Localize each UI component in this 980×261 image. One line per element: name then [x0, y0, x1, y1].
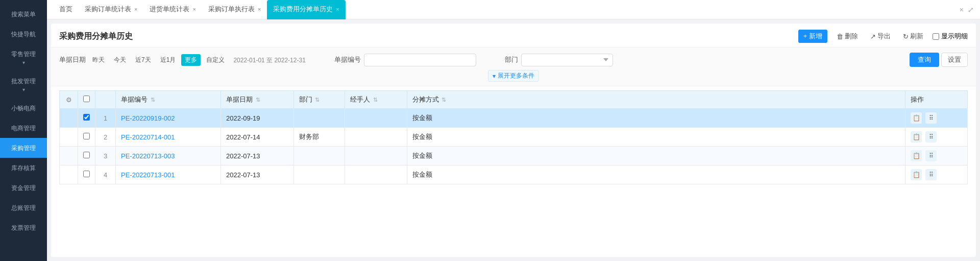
- row-checkbox-cell[interactable]: [78, 128, 95, 147]
- tab-bar-right: × ⤢: [960, 6, 974, 14]
- sort-icon: ⇅: [151, 97, 155, 103]
- row-handler: [345, 147, 407, 165]
- close-window-icon[interactable]: ×: [960, 6, 964, 14]
- tab-incoming-summary[interactable]: 进货单统计表 ×: [143, 0, 202, 19]
- delete-label: 删除: [845, 32, 858, 41]
- row-checkbox-cell[interactable]: [78, 165, 95, 184]
- date-btn-1month[interactable]: 近1月: [157, 54, 180, 66]
- tab-purchase-fee-split[interactable]: 采购费用分摊单历史 ×: [267, 0, 345, 19]
- row-split-method: 按金额: [407, 165, 905, 184]
- row-checkbox-cell[interactable]: [78, 147, 95, 165]
- doc-no-link[interactable]: PE-20220919-002: [121, 114, 175, 122]
- row-checkbox[interactable]: [83, 171, 90, 177]
- tab-home[interactable]: 首页: [53, 0, 79, 19]
- tab-purchase-order-summary[interactable]: 采购订单统计表 ×: [79, 0, 143, 19]
- close-icon[interactable]: ×: [192, 6, 195, 12]
- sidebar-item-finance[interactable]: 资金管理: [0, 178, 47, 198]
- doc-no-link[interactable]: PE-20220713-003: [121, 152, 175, 160]
- more-button[interactable]: ⠿: [925, 169, 937, 180]
- export-button[interactable]: ↗ 导出: [867, 30, 894, 43]
- row-doc-date: 2022-07-13: [221, 165, 294, 184]
- date-btn-yesterday[interactable]: 昨天: [89, 54, 108, 66]
- query-buttons: 查询 设置: [910, 53, 968, 67]
- row-checkbox-cell[interactable]: [78, 109, 95, 128]
- date-range-text: 2022-01-01 至 2022-12-31: [233, 56, 305, 65]
- col-doc-date-label: 单据日期: [226, 96, 253, 103]
- col-settings[interactable]: ⚙: [60, 91, 78, 109]
- sidebar-item-wholesale[interactable]: 批发管理 ▾: [0, 71, 47, 98]
- date-shortcuts: 昨天 今天 近7天 近1月 更多 自定义: [89, 54, 228, 66]
- table-row: 1 PE-20220919-002 2022-09-19 按金额 📋 ⠿: [60, 109, 968, 128]
- filter-settings-button[interactable]: 设置: [941, 53, 968, 67]
- view-button[interactable]: 📋: [911, 169, 922, 180]
- delete-button[interactable]: 🗑 删除: [834, 30, 861, 43]
- docno-filter-group: 单据编号: [334, 54, 476, 66]
- date-btn-more[interactable]: 更多: [181, 54, 201, 66]
- dept-filter-label: 部门: [505, 55, 518, 64]
- sidebar-item-inventory[interactable]: 库存核算: [0, 158, 47, 178]
- col-split-method[interactable]: 分摊方式 ⇅: [407, 91, 905, 109]
- docno-input[interactable]: [364, 54, 476, 66]
- col-doc-no-label: 单据编号: [121, 96, 148, 103]
- close-icon[interactable]: ×: [134, 6, 137, 12]
- row-split-method: 按金额: [407, 147, 905, 165]
- tab-purchase-order-exec[interactable]: 采购订单执行表 ×: [202, 0, 267, 19]
- main-content: 首页 采购订单统计表 × 进货单统计表 × 采购订单执行表 × 采购费用分摊单历…: [47, 0, 980, 261]
- row-handler: [345, 128, 407, 147]
- sort-icon: ⇅: [442, 97, 446, 103]
- more-button[interactable]: ⠿: [925, 131, 937, 143]
- date-btn-custom[interactable]: 自定义: [203, 54, 228, 66]
- more-button[interactable]: ⠿: [925, 112, 937, 124]
- row-num: 3: [95, 147, 116, 165]
- close-icon[interactable]: ×: [336, 6, 339, 12]
- tab-purchase-order-summary-label: 采购订单统计表: [85, 5, 131, 14]
- page-title: 采购费用分摊单历史: [59, 31, 798, 42]
- sidebar-item-purchase[interactable]: 采购管理: [0, 138, 47, 158]
- sidebar-item-ecommerce[interactable]: 电商管理: [0, 118, 47, 138]
- close-icon[interactable]: ×: [258, 6, 261, 12]
- col-doc-no[interactable]: 单据编号 ⇅: [116, 91, 221, 109]
- select-all-checkbox[interactable]: [83, 96, 90, 102]
- col-doc-date[interactable]: 单据日期 ⇅: [221, 91, 294, 109]
- refresh-icon: ↻: [903, 33, 909, 40]
- refresh-button[interactable]: ↻ 刷新: [900, 30, 926, 43]
- add-button[interactable]: + 新增: [798, 30, 827, 43]
- row-settings-cell: [60, 128, 78, 147]
- table-header-row: ⚙ 单据编号 ⇅ 单据日期 ⇅: [60, 91, 968, 109]
- row-doc-no: PE-20220714-001: [116, 128, 221, 147]
- row-checkbox[interactable]: [83, 133, 90, 139]
- table-row: 3 PE-20220713-003 2022-07-13 按金额 📋 ⠿: [60, 147, 968, 165]
- docno-filter-label: 单据编号: [334, 55, 361, 64]
- row-split-method: 按金额: [407, 109, 905, 128]
- sidebar-item-shortcut[interactable]: 快捷导航: [0, 24, 47, 44]
- sort-icon: ⇅: [256, 97, 260, 103]
- sidebar-item-search[interactable]: 搜索菜单: [0, 4, 47, 24]
- row-settings-cell: [60, 165, 78, 184]
- view-button[interactable]: 📋: [911, 112, 922, 124]
- dept-select[interactable]: [521, 54, 613, 66]
- doc-no-link[interactable]: PE-20220713-001: [121, 171, 175, 179]
- doc-no-link[interactable]: PE-20220714-001: [121, 133, 175, 141]
- date-btn-7days[interactable]: 近7天: [132, 54, 155, 66]
- col-dept[interactable]: 部门 ⇅: [293, 91, 345, 109]
- col-checkbox: [78, 91, 95, 109]
- view-button[interactable]: 📋: [911, 150, 922, 161]
- expand-conditions-button[interactable]: ▾ 展开更多条件: [488, 70, 539, 82]
- date-btn-today[interactable]: 今天: [110, 54, 130, 66]
- sidebar-item-retail[interactable]: 零售管理 ▾: [0, 44, 47, 71]
- expand-window-icon[interactable]: ⤢: [968, 6, 974, 14]
- dept-filter-group: 部门: [505, 54, 613, 66]
- sidebar-item-ledger[interactable]: 总账管理: [0, 198, 47, 218]
- sidebar-item-miniapp[interactable]: 小畅电商: [0, 98, 47, 118]
- row-checkbox[interactable]: [83, 114, 90, 121]
- row-settings-cell: [60, 147, 78, 165]
- show-cols-check[interactable]: [933, 33, 939, 40]
- view-button[interactable]: 📋: [911, 131, 922, 143]
- more-button[interactable]: ⠿: [925, 150, 937, 161]
- col-handler[interactable]: 经手人 ⇅: [345, 91, 407, 109]
- tab-incoming-summary-label: 进货单统计表: [150, 5, 189, 14]
- sidebar-item-invoice[interactable]: 发票管理: [0, 218, 47, 238]
- query-button[interactable]: 查询: [910, 53, 939, 67]
- show-cols-checkbox[interactable]: 显示明细: [933, 32, 968, 41]
- row-checkbox[interactable]: [83, 152, 90, 158]
